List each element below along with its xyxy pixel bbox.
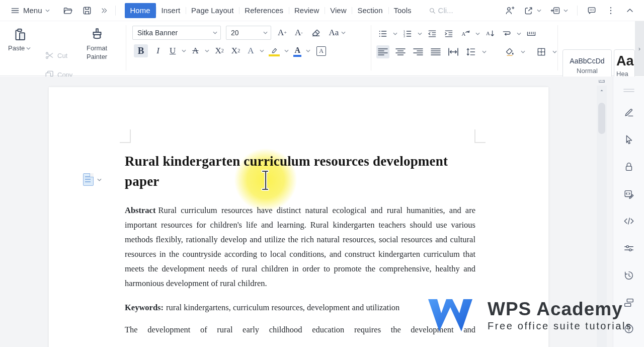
chevron-down-icon[interactable]	[263, 31, 268, 34]
text-direction-button[interactable]: A	[459, 27, 472, 40]
tab-tools[interactable]: Tools	[388, 3, 417, 18]
bullet-list-button[interactable]	[376, 27, 389, 40]
tab-section[interactable]: Section	[352, 3, 388, 18]
tab-insert[interactable]: Insert	[156, 3, 186, 18]
wrap-marks-button[interactable]	[500, 27, 513, 40]
bold-button[interactable]: B	[134, 44, 148, 57]
quick-access-more-button[interactable]	[100, 7, 108, 15]
edit-fields-button[interactable]	[621, 186, 636, 201]
chevron-down-icon[interactable]	[341, 31, 346, 34]
page-thumbnail-icon	[83, 173, 94, 186]
boxed-a-glyph: A	[316, 46, 326, 56]
font-size-combo[interactable]: 20	[226, 26, 271, 40]
abstract-label: Abstract	[125, 205, 155, 215]
settings-sliders-button[interactable]	[621, 241, 636, 256]
justify-button[interactable]	[429, 45, 442, 58]
sort-button[interactable]: A	[484, 27, 497, 40]
highlight-color-button[interactable]	[269, 45, 280, 56]
share-user-button[interactable]	[505, 6, 515, 16]
character-scale-button[interactable]	[525, 27, 538, 40]
underline-button[interactable]: U	[168, 44, 177, 57]
chevron-down-icon[interactable]	[284, 49, 289, 52]
open-file-button[interactable]	[63, 6, 73, 16]
chevron-down-icon[interactable]	[564, 9, 568, 12]
paste-button[interactable]: Paste	[8, 27, 31, 52]
tab-page-layout[interactable]: Page Layout	[186, 3, 239, 18]
scroll-up-arrow-icon[interactable]	[599, 88, 605, 94]
chevron-down-icon[interactable]	[537, 9, 541, 12]
chevron-down-icon[interactable]	[475, 32, 480, 35]
subscript-button[interactable]: X2	[230, 44, 242, 57]
document-title[interactable]: Rural kindergarten curriculum resources …	[125, 151, 475, 191]
line-spacing-button[interactable]	[464, 45, 477, 58]
align-left-button[interactable]	[376, 45, 389, 58]
font-name-combo[interactable]: Sitka Banner	[132, 26, 221, 40]
protect-document-button[interactable]	[621, 159, 636, 174]
chevron-down-icon[interactable]	[306, 49, 310, 52]
borders-icon	[536, 47, 546, 57]
chevron-down-icon[interactable]	[182, 49, 186, 52]
sidebar-drag-handle[interactable]	[621, 83, 636, 98]
increase-indent-button[interactable]	[442, 27, 455, 40]
scrollbar-thumb[interactable]	[598, 103, 605, 134]
ink-annotate-button[interactable]	[621, 105, 636, 120]
tab-review[interactable]: Review	[289, 3, 325, 18]
cut-button[interactable]: Cut	[44, 50, 67, 60]
chevron-down-icon[interactable]	[393, 32, 397, 35]
distribute-button[interactable]	[447, 45, 460, 58]
styles-gallery-expand[interactable]: ›	[635, 21, 644, 76]
chevron-down-icon[interactable]	[482, 50, 487, 53]
character-border-button[interactable]: A	[315, 45, 328, 57]
ruler-toggle-button[interactable]	[597, 77, 607, 85]
clear-formatting-button[interactable]	[309, 26, 323, 39]
increase-font-button[interactable]: A+	[276, 26, 288, 39]
change-case-button[interactable]: Aa	[328, 26, 347, 39]
pen-icon	[623, 107, 634, 118]
more-options-button[interactable]	[606, 6, 616, 16]
share-button[interactable]	[524, 6, 541, 16]
select-tool-button[interactable]	[621, 132, 636, 147]
switch-window-button[interactable]	[550, 6, 568, 16]
align-center-button[interactable]	[394, 45, 407, 58]
abstract-paragraph[interactable]: AbstractRural curriculum resources have …	[125, 203, 475, 291]
shading-button[interactable]	[503, 45, 516, 58]
chevron-down-icon[interactable]	[521, 50, 525, 53]
superscript-glyph: X	[215, 46, 221, 56]
chevron-down-icon[interactable]	[552, 50, 557, 53]
chevron-down-icon	[45, 9, 50, 12]
keywords-paragraph[interactable]: Keywords:rural kindergartens, curriculum…	[125, 300, 475, 315]
share-export-icon	[524, 6, 534, 16]
chevron-down-icon[interactable]	[213, 31, 217, 34]
feedback-button[interactable]	[587, 6, 597, 16]
collapse-ribbon-button[interactable]	[625, 6, 635, 16]
chevron-down-icon[interactable]	[205, 49, 209, 52]
view-code-button[interactable]	[621, 214, 636, 229]
format-painter-button[interactable]: Format Painter	[87, 27, 107, 61]
align-right-button[interactable]	[412, 45, 425, 58]
italic-button[interactable]: I	[152, 44, 164, 57]
chevron-down-icon[interactable]	[260, 49, 264, 52]
strikethrough-button[interactable]: A	[191, 44, 200, 57]
chevron-down-icon[interactable]	[97, 178, 102, 181]
tab-view[interactable]: View	[325, 3, 352, 18]
history-version-button[interactable]	[621, 268, 636, 283]
italic-glyph: I	[156, 46, 159, 56]
margin-page-options[interactable]	[83, 173, 102, 186]
chevron-down-icon[interactable]	[517, 32, 521, 35]
tab-references[interactable]: References	[239, 3, 289, 18]
decrease-indent-button[interactable]	[426, 27, 439, 40]
borders-button[interactable]	[535, 45, 548, 58]
body-paragraph[interactable]: The development of rural early childhood…	[125, 322, 475, 337]
superscript-button[interactable]: X2	[214, 44, 225, 57]
save-button[interactable]	[82, 6, 92, 16]
tab-home[interactable]: Home	[125, 3, 156, 18]
text-effects-button[interactable]: A	[246, 44, 255, 57]
line-spacing-icon	[466, 47, 476, 57]
chevron-down-icon[interactable]	[26, 47, 31, 50]
numbered-list-button[interactable]: 123	[401, 27, 414, 40]
main-menu-button[interactable]: Menu	[10, 6, 50, 16]
chevron-down-icon[interactable]	[418, 32, 422, 35]
decrease-font-button[interactable]: A-	[293, 26, 304, 39]
font-color-button[interactable]: A	[293, 45, 301, 57]
command-search-box[interactable]: Cli...	[428, 6, 453, 15]
